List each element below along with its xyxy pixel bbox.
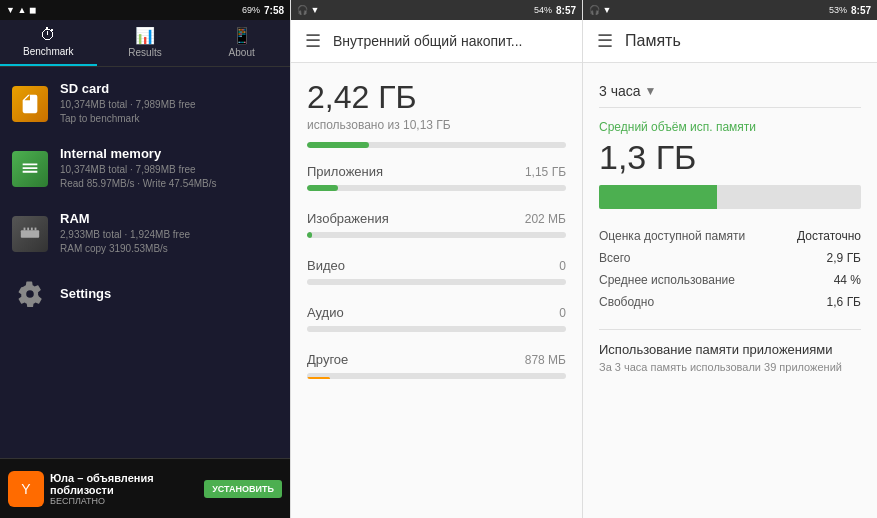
benchmark-panel: ▼ ▲ ◼ 69% 7:58 ⏱ Benchmark 📊 Results 📱 A…: [0, 0, 290, 518]
tab-benchmark[interactable]: ⏱ Benchmark: [0, 20, 97, 66]
nav-tabs: ⏱ Benchmark 📊 Results 📱 About: [0, 20, 290, 67]
headphone-icon-3: 🎧 ▼: [589, 5, 611, 15]
results-icon: 📊: [135, 26, 155, 45]
category-other: Другое 878 МБ: [307, 352, 566, 379]
ad-install-button[interactable]: УСТАНОВИТЬ: [204, 480, 282, 498]
category-audio: Аудио 0: [307, 305, 566, 332]
svg-rect-3: [31, 227, 33, 230]
status-bar-3: 🎧 ▼ 53% 8:57: [583, 0, 877, 20]
audio-bar: [307, 326, 566, 332]
hamburger-icon[interactable]: ☰: [305, 30, 321, 52]
avg-label: Средний объём исп. памяти: [599, 120, 861, 134]
tab-about[interactable]: 📱 About: [193, 20, 290, 66]
stat-avg-value: 44 %: [834, 273, 861, 287]
stat-available-label: Оценка доступной памяти: [599, 229, 745, 243]
svg-rect-4: [35, 227, 37, 230]
stat-total: Всего 2,9 ГБ: [599, 247, 861, 269]
audio-header: Аудио 0: [307, 305, 566, 320]
svg-rect-2: [27, 227, 29, 230]
ram-text: RAM 2,933MB total · 1,924MB free RAM cop…: [60, 211, 278, 256]
battery-percent-3: 53%: [829, 5, 847, 15]
svg-rect-0: [21, 230, 39, 237]
apps-size: 1,15 ГБ: [525, 165, 566, 179]
battery-percent-2: 54%: [534, 5, 552, 15]
sdcard-title: SD card: [60, 81, 278, 96]
storage-total-fill: [307, 142, 369, 148]
settings-item[interactable]: Settings: [0, 266, 290, 322]
ad-banner: Y Юла – объявления поблизости БЕСПЛАТНО …: [0, 458, 290, 518]
images-fill: [307, 232, 312, 238]
images-size: 202 МБ: [525, 212, 566, 226]
storage-total-bar: [307, 142, 566, 148]
memory-hamburger-icon[interactable]: ☰: [597, 30, 613, 52]
images-header: Изображения 202 МБ: [307, 211, 566, 226]
memory-panel: 🎧 ▼ 53% 8:57 ☰ Память 3 часа ▼ Средний о…: [582, 0, 877, 518]
audio-size: 0: [559, 306, 566, 320]
tab-results[interactable]: 📊 Results: [97, 20, 194, 66]
memory-stats: Оценка доступной памяти Достаточно Всего…: [599, 225, 861, 313]
other-fill: [307, 377, 330, 379]
app-usage-subtitle: За 3 часа память использовали 39 приложе…: [599, 361, 861, 373]
memory-header: ☰ Память: [583, 20, 877, 63]
tab-results-label: Results: [128, 47, 161, 58]
video-bar: [307, 279, 566, 285]
memory-progress-bar: [599, 185, 861, 209]
ram-icon: [12, 216, 48, 252]
memory-content: 3 часа ▼ Средний объём исп. памяти 1,3 Г…: [583, 63, 877, 518]
internal-text: Internal memory 10,374MB total · 7,989MB…: [60, 146, 278, 191]
time-3: 8:57: [851, 5, 871, 16]
ad-title: Юла – объявления поблизости: [50, 472, 198, 496]
about-icon: 📱: [232, 26, 252, 45]
ram-item[interactable]: RAM 2,933MB total · 1,924MB free RAM cop…: [0, 201, 290, 266]
category-images: Изображения 202 МБ: [307, 211, 566, 238]
tab-benchmark-label: Benchmark: [23, 46, 74, 57]
images-label: Изображения: [307, 211, 389, 226]
status-icons-left: ▼ ▲ ◼: [6, 5, 36, 15]
time-2: 8:57: [556, 5, 576, 16]
internal-memory-item[interactable]: Internal memory 10,374MB total · 7,989MB…: [0, 136, 290, 201]
time-1: 7:58: [264, 5, 284, 16]
storage-total: 2,42 ГБ использовано из 10,13 ГБ: [307, 79, 566, 148]
sdcard-item[interactable]: SD card 10,374MB total · 7,989MB free Ta…: [0, 71, 290, 136]
memory-progress-fill: [599, 185, 717, 209]
settings-title: Settings: [60, 286, 278, 301]
svg-rect-1: [24, 227, 26, 230]
internal-title: Internal memory: [60, 146, 278, 161]
storage-panel: 🎧 ▼ 54% 8:57 ☰ Внутренний общий накопит.…: [290, 0, 582, 518]
sdcard-text: SD card 10,374MB total · 7,989MB free Ta…: [60, 81, 278, 126]
sdcard-subtitle1: 10,374MB total · 7,989MB free: [60, 98, 278, 112]
images-bar: [307, 232, 566, 238]
time-selector[interactable]: 3 часа ▼: [599, 75, 861, 108]
settings-icon: [12, 276, 48, 312]
apps-header: Приложения 1,15 ГБ: [307, 164, 566, 179]
stat-total-value: 2,9 ГБ: [827, 251, 861, 265]
storage-title: Внутренний общий накопит...: [333, 33, 568, 49]
ram-title: RAM: [60, 211, 278, 226]
stat-free: Свободно 1,6 ГБ: [599, 291, 861, 313]
headphone-icon: 🎧 ▼: [297, 5, 319, 15]
time-filter: 3 часа: [599, 83, 641, 99]
internal-memory-icon: [12, 151, 48, 187]
settings-text: Settings: [60, 286, 278, 303]
stat-total-label: Всего: [599, 251, 630, 265]
category-apps: Приложения 1,15 ГБ: [307, 164, 566, 191]
battery-percent-1: 69%: [242, 5, 260, 15]
internal-subtitle1: 10,374MB total · 7,989MB free: [60, 163, 278, 177]
stat-avg-label: Среднее использование: [599, 273, 735, 287]
storage-content: 2,42 ГБ использовано из 10,13 ГБ Приложе…: [291, 63, 582, 518]
benchmark-icon: ⏱: [40, 26, 56, 44]
sdcard-subtitle2: Tap to benchmark: [60, 112, 278, 126]
ad-logo-icon: Y: [8, 471, 44, 507]
stat-free-value: 1,6 ГБ: [827, 295, 861, 309]
status-bar-2: 🎧 ▼ 54% 8:57: [291, 0, 582, 20]
menu-list: SD card 10,374MB total · 7,989MB free Ta…: [0, 67, 290, 458]
storage-header: ☰ Внутренний общий накопит...: [291, 20, 582, 63]
apps-bar: [307, 185, 566, 191]
stat-avg: Среднее использование 44 %: [599, 269, 861, 291]
app-usage-title: Использование памяти приложениями: [599, 342, 861, 357]
audio-label: Аудио: [307, 305, 344, 320]
stat-available: Оценка доступной памяти Достаточно: [599, 225, 861, 247]
video-header: Видео 0: [307, 258, 566, 273]
storage-used: 2,42 ГБ: [307, 79, 566, 116]
internal-subtitle2: Read 85.97MB/s · Write 47.54MB/s: [60, 177, 278, 191]
